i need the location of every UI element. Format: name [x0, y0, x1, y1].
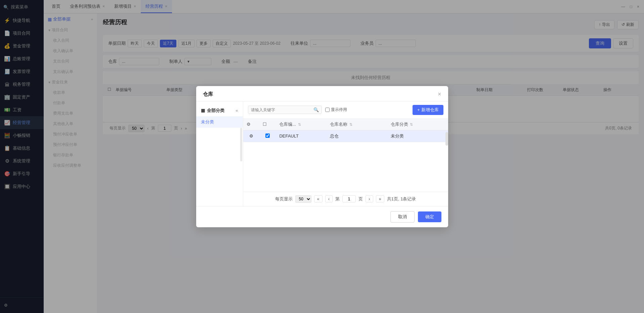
col-settings-header[interactable]: ⚙: [243, 119, 259, 130]
sidebar-scrollbar[interactable]: [240, 128, 242, 161]
col-cat-header[interactable]: 仓库分类 ⇅: [387, 119, 448, 130]
col-checkbox-header2[interactable]: ☐: [259, 119, 276, 130]
modal-table-head: ⚙ ☐ 仓库编... ⇅ 仓库名称 ⇅: [243, 119, 448, 130]
modal-total-info: 共1页, 1条记录: [387, 196, 416, 202]
modal-last-page-btn[interactable]: »: [376, 195, 384, 202]
modal-title: 仓库: [203, 91, 213, 97]
sort-icon-cat: ⇅: [410, 122, 413, 126]
table-row[interactable]: ⚙ DEFAULT 总仓: [243, 130, 448, 142]
modal-header: 仓库 ×: [196, 86, 448, 102]
modal-toolbar: 🔍 显示停用 + 新增仓库: [243, 102, 448, 119]
table-scrollbar-thumb[interactable]: [445, 132, 448, 146]
modal-table-wrap: ⚙ ☐ 仓库编... ⇅ 仓库名称 ⇅: [243, 119, 448, 192]
modal-page-input[interactable]: [342, 195, 356, 202]
modal-per-page-select[interactable]: 50: [295, 195, 311, 203]
search-icon2: 🔍: [313, 107, 319, 112]
modal-table: ⚙ ☐ 仓库编... ⇅ 仓库名称 ⇅: [243, 119, 448, 142]
show-disabled-checkbox-input[interactable]: [325, 108, 330, 112]
collapse-categories-icon: «: [235, 108, 238, 113]
row-checkbox[interactable]: [259, 130, 276, 142]
show-disabled-checkbox[interactable]: 显示停用: [325, 107, 347, 113]
sort-icon-name: ⇅: [349, 122, 352, 126]
row-settings[interactable]: ⚙: [243, 130, 259, 142]
add-warehouse-button[interactable]: + 新增仓库: [413, 105, 443, 115]
table-scrollbar-track: [445, 131, 448, 192]
modal-body: ▦ 全部分类 « 未分类 🔍: [196, 102, 448, 206]
grid-icon2: ▦: [201, 108, 205, 113]
modal-search-input[interactable]: [251, 108, 312, 112]
row-category: 未分类: [387, 130, 448, 142]
modal-categories: ▦ 全部分类 « 未分类: [196, 102, 243, 206]
modal-search-box: 🔍: [248, 106, 322, 114]
modal-first-page-btn[interactable]: «: [314, 195, 323, 202]
warehouse-modal: 仓库 × ▦ 全部分类 « 未分类: [196, 86, 448, 227]
category-uncategorized[interactable]: 未分类: [196, 116, 243, 128]
row-name: 总仓: [327, 130, 387, 142]
row-code: DEFAULT: [276, 130, 327, 142]
sidebar-scroll-area: [196, 128, 243, 195]
all-categories-header[interactable]: ▦ 全部分类 «: [196, 105, 243, 116]
modal-footer: 取消 确定: [196, 206, 448, 227]
plus-icon: +: [417, 107, 420, 112]
modal-prev-page-btn[interactable]: ‹: [325, 195, 333, 202]
col-code-header[interactable]: 仓库编... ⇅: [276, 119, 327, 130]
row-checkbox-input[interactable]: [265, 133, 270, 138]
col-name-header[interactable]: 仓库名称 ⇅: [327, 119, 387, 130]
modal-table-header-row: ⚙ ☐ 仓库编... ⇅ 仓库名称 ⇅: [243, 119, 448, 130]
confirm-button[interactable]: 确定: [418, 211, 441, 222]
modal-close-button[interactable]: ×: [438, 91, 441, 98]
modal-right-content: 🔍 显示停用 + 新增仓库: [243, 102, 448, 206]
sort-icon-code: ⇅: [298, 122, 301, 126]
modal-pagination: 每页显示 50 « ‹ 第 页 › » 共1页, 1条记录: [243, 192, 448, 206]
modal-table-body: ⚙ DEFAULT 总仓: [243, 130, 448, 142]
cancel-button[interactable]: 取消: [390, 211, 415, 223]
modal-next-page-btn[interactable]: ›: [366, 195, 373, 202]
modal-backdrop: 仓库 × ▦ 全部分类 « 未分类: [0, 0, 644, 313]
